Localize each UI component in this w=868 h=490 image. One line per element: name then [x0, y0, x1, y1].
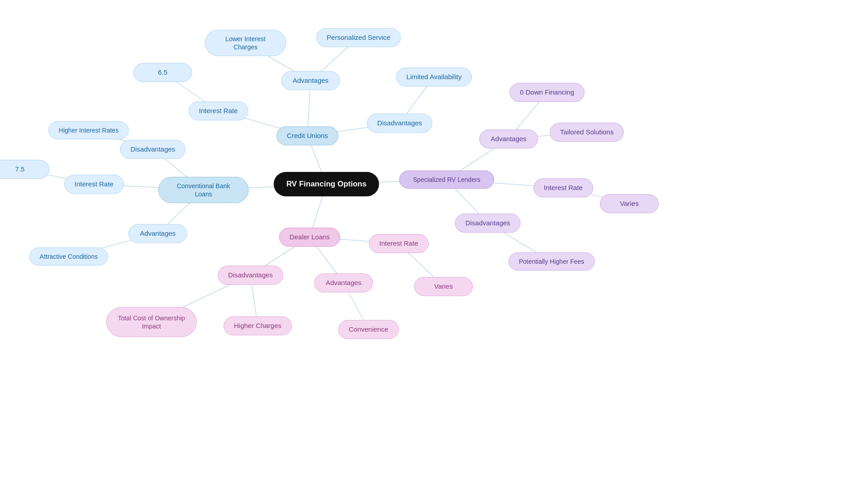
dl-advantages[interactable]: Advantages — [314, 273, 373, 292]
srv-advantages[interactable]: Advantages — [479, 129, 538, 148]
cu-interest-rate-val[interactable]: 6.5 — [133, 63, 192, 82]
center-node[interactable]: RV Financing Options — [274, 172, 379, 196]
cbl-advantages[interactable]: Advantages — [128, 224, 187, 243]
cu-advantages[interactable]: Advantages — [281, 71, 340, 90]
cbl-disadvantages[interactable]: Disadvantages — [120, 140, 185, 159]
dealer-loans[interactable]: Dealer Loans — [279, 228, 340, 247]
srv-disadvantages[interactable]: Disadvantages — [455, 214, 520, 233]
cu-adv-personal[interactable]: Personalized Service — [316, 28, 401, 47]
srv-adv-tailored[interactable]: Tailored Solutions — [550, 123, 624, 142]
mind-map: RV Financing OptionsCredit UnionsConvent… — [0, 0, 868, 490]
specialized-rv-lenders[interactable]: Specialized RV Lenders — [399, 171, 494, 189]
cu-interest-rate[interactable]: Interest Rate — [189, 101, 248, 120]
dl-interest-rate[interactable]: Interest Rate — [369, 234, 429, 253]
cu-adv-lower[interactable]: Lower Interest Charges — [205, 30, 286, 56]
dl-int-val[interactable]: Varies — [414, 277, 473, 296]
srv-adv-0down[interactable]: 0 Down Financing — [509, 83, 585, 102]
dl-adv-conv[interactable]: Convenience — [338, 320, 399, 339]
dl-tco[interactable]: Total Cost of Ownership Impact — [106, 307, 197, 337]
cu-dis-limited[interactable]: Limited Availability — [396, 67, 472, 86]
srv-interest-rate[interactable]: Interest Rate — [533, 178, 593, 197]
srv-int-val[interactable]: Varies — [600, 194, 659, 213]
dl-dis-higher[interactable]: Higher Charges — [223, 316, 292, 335]
cbl-dis-higher[interactable]: Higher Interest Rates — [48, 121, 129, 139]
conventional-bank-loans[interactable]: Conventional Bank Loans — [158, 177, 249, 203]
dl-disadvantages[interactable]: Disadvantages — [217, 266, 283, 285]
cbl-int-val[interactable]: 7.5 — [0, 160, 49, 179]
cu-disadvantages[interactable]: Disadvantages — [367, 114, 432, 133]
credit-unions[interactable]: Credit Unions — [277, 126, 339, 145]
cbl-interest-rate[interactable]: Interest Rate — [64, 175, 124, 194]
cbl-adv-attractive[interactable]: Attractive Conditions — [29, 247, 108, 266]
srv-dis-fees[interactable]: Potentially Higher Fees — [509, 252, 595, 271]
